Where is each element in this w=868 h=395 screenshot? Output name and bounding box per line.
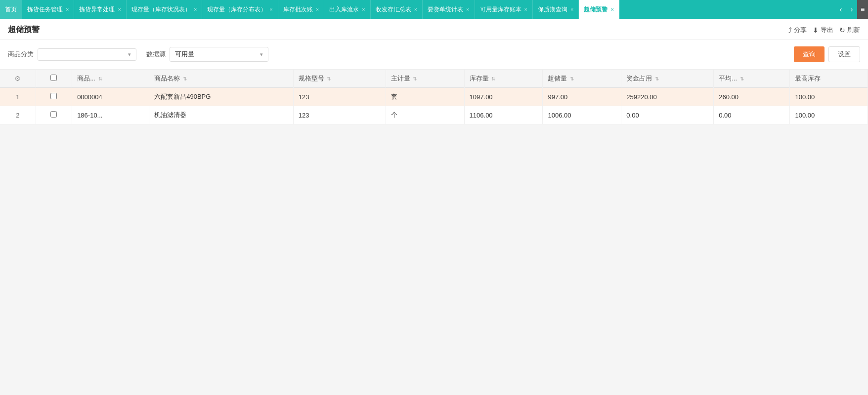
nav-tab-batch[interactable]: 库存批次账× bbox=[278, 0, 324, 19]
datasource-value: 可用量 bbox=[175, 50, 194, 59]
refresh-icon: ↻ bbox=[839, 26, 845, 34]
share-button[interactable]: ⤴ 分享 bbox=[788, 26, 807, 35]
top-nav: 首页拣货任务管理×拣货异常处理×现存量（库存状况表）×现存量（库存分布表）×库存… bbox=[0, 0, 868, 19]
col-unit: 主计量 ⇅ bbox=[386, 70, 464, 88]
share-label: 分享 bbox=[794, 26, 807, 35]
col-overstock: 超储量 ⇅ bbox=[543, 70, 621, 88]
close-tab-quality-check[interactable]: × bbox=[570, 6, 573, 12]
query-button[interactable]: 查询 bbox=[794, 46, 825, 62]
capital: 0.00 bbox=[621, 106, 714, 124]
close-tab-inout-flow[interactable]: × bbox=[362, 6, 365, 12]
nav-tab-inout-flow[interactable]: 出入库流水× bbox=[324, 0, 370, 19]
avg: 0.00 bbox=[714, 106, 790, 124]
close-tab-task-mgmt[interactable]: × bbox=[66, 6, 69, 12]
header-actions: ⤴ 分享 ⬇ 导出 ↻ 刷新 bbox=[788, 26, 860, 35]
row-checkbox[interactable] bbox=[50, 111, 57, 118]
col-spec: 规格型号 ⇅ bbox=[293, 70, 386, 88]
nav-tab-task-mgmt[interactable]: 拣货任务管理× bbox=[22, 0, 74, 19]
nav-tab-abnormal[interactable]: 拣货异常处理× bbox=[74, 0, 126, 19]
close-tab-order-stats[interactable]: × bbox=[466, 6, 469, 12]
row-num: 2 bbox=[0, 106, 36, 124]
unit: 套 bbox=[386, 88, 464, 106]
nav-tab-overstock-alert[interactable]: 超储预警× bbox=[579, 0, 619, 19]
nav-tab-home[interactable]: 首页 bbox=[0, 0, 22, 19]
spec: 123 bbox=[293, 88, 386, 106]
row-checkbox-cell bbox=[36, 88, 72, 106]
overstock: 997.00 bbox=[543, 88, 621, 106]
category-label: 商品分类 bbox=[8, 50, 34, 59]
nav-tab-inventory-dist[interactable]: 现存量（库存分布表）× bbox=[202, 0, 278, 19]
nav-tab-order-stats[interactable]: 要货单统计表× bbox=[423, 0, 475, 19]
sort-icon-stock[interactable]: ⇅ bbox=[491, 76, 495, 81]
unit: 个 bbox=[386, 106, 464, 124]
header-row: ⚙ 商品... ⇅ 商品名称 ⇅ 规格型号 ⇅ bbox=[0, 70, 868, 88]
col-settings: ⚙ bbox=[0, 70, 36, 88]
datasource-label: 数据源 bbox=[146, 50, 166, 59]
col-product-code: 商品... ⇅ bbox=[72, 70, 149, 88]
product-code: 0000004 bbox=[72, 88, 149, 106]
col-capital: 资金占用 ⇅ bbox=[621, 70, 714, 88]
datasource-filter-group: 数据源 可用量 ▾ bbox=[146, 47, 268, 62]
overstock: 1006.00 bbox=[543, 106, 621, 124]
col-avg: 平均... ⇅ bbox=[714, 70, 790, 88]
table-container: ⚙ 商品... ⇅ 商品名称 ⇅ 规格型号 ⇅ bbox=[0, 70, 868, 124]
stock: 1097.00 bbox=[464, 88, 543, 106]
page-title: 超储预警 bbox=[8, 25, 40, 35]
close-tab-collect-send[interactable]: × bbox=[414, 6, 417, 12]
nav-tab-inventory-status[interactable]: 现存量（库存状况表）× bbox=[127, 0, 202, 19]
max-stock: 100.00 bbox=[790, 106, 868, 124]
category-dropdown-icon: ▾ bbox=[128, 51, 131, 58]
settings-button[interactable]: 设置 bbox=[828, 46, 860, 62]
avg: 260.00 bbox=[714, 88, 790, 106]
nav-next-button[interactable]: › bbox=[846, 0, 857, 19]
select-all-checkbox[interactable] bbox=[50, 75, 57, 81]
nav-tab-collect-send[interactable]: 收发存汇总表× bbox=[371, 0, 423, 19]
stock: 1106.00 bbox=[464, 106, 543, 124]
category-select[interactable]: ▾ bbox=[38, 48, 136, 61]
close-tab-avail-account[interactable]: × bbox=[524, 6, 527, 12]
nav-prev-button[interactable]: ‹ bbox=[835, 0, 846, 19]
table-body: 10000004六配套新昌490BPG123套1097.00997.002592… bbox=[0, 88, 868, 124]
close-tab-overstock-alert[interactable]: × bbox=[610, 6, 613, 12]
nav-more-button[interactable]: ≡ bbox=[857, 0, 868, 19]
table-header: ⚙ 商品... ⇅ 商品名称 ⇅ 规格型号 ⇅ bbox=[0, 70, 868, 88]
export-button[interactable]: ⬇ 导出 bbox=[813, 26, 833, 35]
product-name: 机油滤清器 bbox=[149, 106, 294, 124]
row-checkbox[interactable] bbox=[50, 93, 57, 99]
product-code: 186-10... bbox=[72, 106, 149, 124]
page-header: 超储预警 ⤴ 分享 ⬇ 导出 ↻ 刷新 bbox=[0, 19, 868, 40]
share-icon: ⤴ bbox=[788, 26, 792, 34]
col-checkbox bbox=[36, 70, 72, 88]
sort-icon-unit[interactable]: ⇅ bbox=[413, 76, 417, 81]
gear-icon[interactable]: ⚙ bbox=[14, 75, 21, 82]
sort-icon-avg[interactable]: ⇅ bbox=[740, 76, 744, 81]
export-label: 导出 bbox=[821, 26, 833, 35]
sort-icon-product-name[interactable]: ⇅ bbox=[183, 76, 187, 81]
row-checkbox-cell bbox=[36, 106, 72, 124]
spec: 123 bbox=[293, 106, 386, 124]
table-row: 10000004六配套新昌490BPG123套1097.00997.002592… bbox=[0, 88, 868, 106]
sort-icon-product-code[interactable]: ⇅ bbox=[98, 76, 102, 81]
filter-actions: 查询 设置 bbox=[794, 46, 860, 62]
capital: 259220.00 bbox=[621, 88, 714, 106]
row-num: 1 bbox=[0, 88, 36, 106]
sort-icon-spec[interactable]: ⇅ bbox=[327, 76, 331, 81]
nav-tabs-container: 首页拣货任务管理×拣货异常处理×现存量（库存状况表）×现存量（库存分布表）×库存… bbox=[0, 0, 835, 19]
col-product-name: 商品名称 ⇅ bbox=[149, 70, 294, 88]
table-row: 2186-10...机油滤清器123个1106.001006.000.000.0… bbox=[0, 106, 868, 124]
datasource-select[interactable]: 可用量 ▾ bbox=[170, 47, 268, 62]
sort-icon-overstock[interactable]: ⇅ bbox=[570, 76, 574, 81]
nav-tab-quality-check[interactable]: 保质期查询× bbox=[533, 0, 579, 19]
max-stock: 100.00 bbox=[790, 88, 868, 106]
sort-icon-capital[interactable]: ⇅ bbox=[655, 76, 659, 81]
close-tab-abnormal[interactable]: × bbox=[118, 6, 121, 12]
filter-area: 商品分类 ▾ 数据源 可用量 ▾ 查询 设置 bbox=[0, 40, 868, 70]
nav-tab-avail-account[interactable]: 可用量库存账本× bbox=[475, 0, 533, 19]
data-table: ⚙ 商品... ⇅ 商品名称 ⇅ 规格型号 ⇅ bbox=[0, 70, 868, 124]
refresh-button[interactable]: ↻ 刷新 bbox=[839, 26, 860, 35]
refresh-label: 刷新 bbox=[847, 26, 860, 35]
close-tab-batch[interactable]: × bbox=[316, 6, 319, 12]
product-name: 六配套新昌490BPG bbox=[149, 88, 294, 106]
close-tab-inventory-status[interactable]: × bbox=[194, 6, 197, 12]
close-tab-inventory-dist[interactable]: × bbox=[269, 6, 272, 12]
